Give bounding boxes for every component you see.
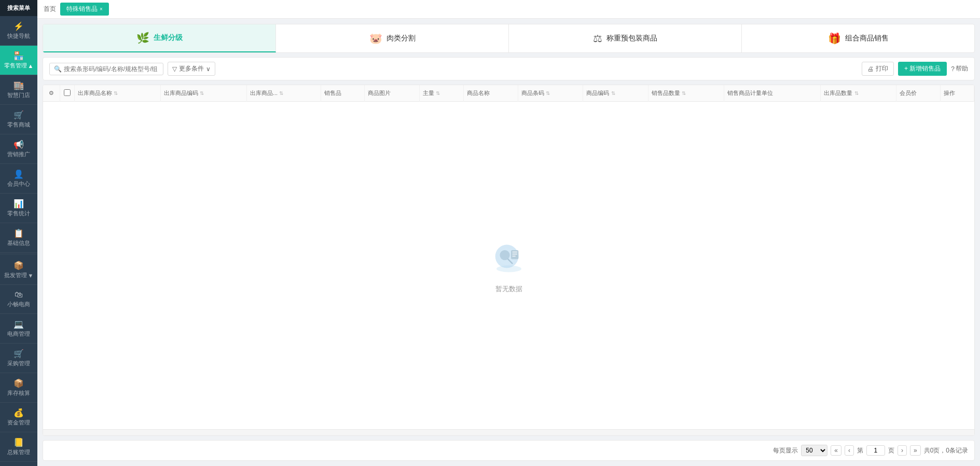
app-title: 搜索菜单 [7,5,30,11]
th-out-spec: 出库商品... ⇅ [246,85,321,102]
sort-icon[interactable]: ⇅ [114,90,118,96]
sidebar-item-ecommerce-mgr[interactable]: 💻 电商管理 [0,314,37,344]
sidebar-item-label: 智慧门店 [2,91,35,99]
active-tab[interactable]: 特殊销售品 × [60,3,109,16]
cat-tab-meat[interactable]: 🐷 肉类分割 [276,24,509,52]
chevron-up-icon: ▲ [28,63,34,69]
toolbar-left: 🔍 ▽ 更多条件 ∨ [49,62,215,76]
page-prev-button[interactable]: ‹ [845,445,854,456]
sidebar-item-label: 电商管理 [2,330,35,338]
sidebar-item-invoice[interactable]: 🧾 发票管理 [0,462,37,466]
sidebar-item-quicknav[interactable]: ⚡ 快捷导航 [0,16,37,46]
th-barcode: 商品条码 ⇅ [518,85,583,102]
sidebar: 搜索菜单 ⚡ 快捷导航 🏪 零售管理 ▲ 🏬 智慧门店 🛒 零售商城 📢 营销推… [0,0,37,466]
main-content: 首页 特殊销售品 × 🌿 生鲜分级 🐷 肉类分割 ⚖ 称重预包装商品 🎁 组合商… [37,0,980,466]
empty-state: 暂无数据 [43,102,974,429]
table-header-row: ⚙ 出库商品名称 ⇅ 出库商品编码 ⇅ [43,85,974,102]
cat-tab-combo[interactable]: 🎁 组合商品销售 [742,24,974,52]
sidebar-item-label: 批发管理 [4,271,27,279]
sort-icon[interactable]: ⇅ [279,90,283,96]
search-icon: 🔍 [54,65,62,73]
search-box[interactable]: 🔍 [49,63,163,75]
filter-icon: ▽ [172,65,177,73]
add-button[interactable]: + 新增销售品 [898,62,947,76]
th-sale-goods: 销售品 [321,85,365,102]
th-img: 商品图片 [365,85,419,102]
sort-icon[interactable]: ⇅ [546,90,550,96]
sort-icon[interactable]: ⇅ [436,90,440,96]
sort-icon[interactable]: ⇅ [854,90,859,96]
page-first-button[interactable]: « [831,445,841,456]
toolbar: 🔍 ▽ 更多条件 ∨ 🖨 打印 + 新增销售品 ? [43,57,975,80]
close-tab-icon[interactable]: × [100,6,103,12]
sidebar-item-shop[interactable]: 🏬 智慧门店 [0,75,37,105]
sidebar-item-label: 会员中心 [2,180,35,188]
cat-tab-label: 生鲜分级 [154,33,183,43]
pagination-footer: 每页显示 50 10 20 100 « ‹ 第 页 › » 共0页，0条记录 [43,440,975,461]
sort-icon[interactable]: ⇅ [611,90,615,96]
horizontal-scrollbar[interactable] [43,429,974,435]
sidebar-item-basic[interactable]: 📋 基础信息 [0,223,37,253]
promotion-icon: 📢 [2,140,35,149]
sort-icon[interactable]: ⇅ [682,90,686,96]
member-icon: 👤 [2,169,35,179]
inventory-icon: 📦 [2,378,35,388]
ledger-icon: 📒 [2,437,35,447]
search-input[interactable] [64,65,157,73]
th-out-code: 出库商品编码 ⇅ [160,85,246,102]
th-checkbox[interactable] [60,85,74,102]
sidebar-item-label: 采购管理 [2,360,35,367]
page-last-button[interactable]: » [910,445,921,456]
per-page-label: 每页显示 [773,446,798,455]
page-input[interactable] [866,445,885,456]
th-goods-name: 商品名称 [463,85,518,102]
filter-button[interactable]: ▽ 更多条件 ∨ [168,62,215,76]
sidebar-item-mall[interactable]: 🛒 零售商城 [0,105,37,134]
help-button[interactable]: ? 帮助 [951,64,968,73]
svg-rect-6 [512,255,515,256]
data-table: ⚙ 出库商品名称 ⇅ 出库商品编码 ⇅ [43,85,975,436]
sidebar-item-label: 小畅电商 [2,300,35,308]
th-action: 操作 [941,85,974,102]
cat-tab-weight[interactable]: ⚖ 称重预包装商品 [509,24,742,52]
sidebar-item-label: 快捷导航 [2,32,35,40]
sort-icon[interactable]: ⇅ [200,90,204,96]
category-tabs: 🌿 生鲜分级 🐷 肉类分割 ⚖ 称重预包装商品 🎁 组合商品销售 [43,24,975,53]
total-label: 共0页，0条记录 [924,446,968,455]
sidebar-item-promotion[interactable]: 📢 营销推广 [0,134,37,164]
sidebar-item-ledger[interactable]: 📒 总账管理 [0,432,37,462]
sidebar-item-member[interactable]: 👤 会员中心 [0,164,37,194]
pagination: 每页显示 50 10 20 100 « ‹ 第 页 › » 共0页，0条记录 [773,445,968,456]
purchase-icon: 🛒 [2,349,35,359]
empty-text: 暂无数据 [495,284,522,294]
cat-tab-fresh[interactable]: 🌿 生鲜分级 [43,24,276,52]
retail-icon: 🏪 [2,51,35,61]
chevron-down-icon: ▼ [28,272,34,279]
filter-label: 更多条件 [179,64,204,73]
sidebar-item-label: 零售统计 [2,210,35,217]
select-all-checkbox[interactable] [64,89,71,96]
sidebar-item-purchase[interactable]: 🛒 采购管理 [0,344,37,373]
sidebar-item-ecommerce-small[interactable]: 🛍 小畅电商 [0,285,37,314]
sidebar-separator [0,254,37,254]
sidebar-item-finance[interactable]: 💰 资金管理 [0,403,37,432]
empty-icon [488,238,530,279]
sidebar-item-inventory[interactable]: 📦 库存核算 [0,373,37,403]
help-label: 帮助 [956,64,968,73]
app-logo: 搜索菜单 [0,0,37,16]
th-settings[interactable]: ⚙ [43,85,60,102]
finance-icon: 💰 [2,408,35,418]
print-label: 打印 [876,64,888,73]
cat-tab-label: 称重预包装商品 [606,34,657,43]
sidebar-item-stats[interactable]: 📊 零售统计 [0,194,37,223]
page-next-button[interactable]: › [898,445,907,456]
th-out-qty: 出库品数量 ⇅ [821,85,896,102]
home-link[interactable]: 首页 [44,5,56,13]
sidebar-item-retail[interactable]: 🏪 零售管理 ▲ [0,46,37,75]
sidebar-item-label: 总账管理 [2,448,35,456]
sidebar-item-wholesale[interactable]: 📦 批发管理 ▼ [0,255,37,285]
wholesale-icon: 📦 [2,261,35,270]
print-button[interactable]: 🖨 打印 [862,62,894,76]
per-page-select[interactable]: 50 10 20 100 [801,445,827,456]
th-sale-unit: 销售商品计量单位 [724,85,821,102]
